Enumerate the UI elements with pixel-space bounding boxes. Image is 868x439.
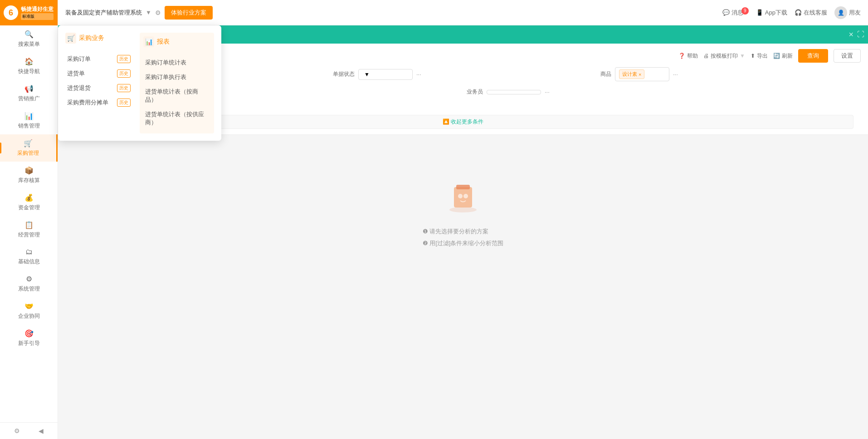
tab-bar-right: × ⛶ xyxy=(845,30,868,39)
svg-point-0 xyxy=(449,207,477,212)
system-dropdown-icon[interactable]: ▼ xyxy=(146,9,151,16)
doc-status-label: 单据状态 xyxy=(333,70,355,78)
sidebar-item-label-purchase: 采购管理 xyxy=(17,149,39,157)
sidebar-item-operations[interactable]: 📋 经营管理 xyxy=(0,216,58,243)
fullscreen-icon[interactable]: ⛶ xyxy=(857,30,864,39)
industry-btn[interactable]: 体验行业方案 xyxy=(165,6,213,20)
guide-icon: 🎯 xyxy=(24,329,34,338)
goods-group: 商品 设计素 × ··· xyxy=(600,67,861,81)
print-dropdown-icon: ▼ xyxy=(740,53,745,59)
empty-icon xyxy=(440,171,486,217)
app-download-item[interactable]: 📱 App下载 xyxy=(756,9,787,17)
report-order-exec-label: 采购订单执行表 xyxy=(145,73,186,81)
close-window-icon[interactable]: × xyxy=(848,30,853,39)
salesperson-select[interactable] xyxy=(487,90,541,94)
notification-item[interactable]: 💬 消息 9 xyxy=(722,9,749,17)
sidebar-item-marketing[interactable]: 📢 营销推广 xyxy=(0,80,58,107)
goods-select[interactable]: 设计素 × xyxy=(615,67,669,81)
purchase-return-item[interactable]: 进货退货 历史 xyxy=(65,81,132,95)
logo-icon: 6 xyxy=(4,5,18,20)
print-btn[interactable]: 🖨 按模板打印 ▼ xyxy=(703,52,745,60)
sales-icon: 📊 xyxy=(24,112,34,120)
sidebar-item-purchase[interactable]: 🛒 采购管理 xyxy=(0,134,58,162)
refresh-label: 刷新 xyxy=(782,52,793,60)
settings-button[interactable]: 设置 xyxy=(834,49,861,63)
sidebar-item-sales[interactable]: 📊 销售管理 xyxy=(0,107,58,134)
online-service-item[interactable]: 🎧 在线客服 xyxy=(795,9,827,17)
purchase-fee-label: 采购费用分摊单 xyxy=(67,99,108,107)
inventory-icon: 📦 xyxy=(24,166,34,175)
sidebar-item-label-quick-nav: 快捷导航 xyxy=(18,68,40,75)
refresh-icon: 🔄 xyxy=(773,53,780,59)
empty-hint-1: 请先选择要分析的方案 xyxy=(423,226,504,237)
sidebar-item-guide[interactable]: 🎯 新手引导 xyxy=(0,325,58,352)
operations-icon: 📋 xyxy=(24,221,34,229)
notification-icon: 💬 xyxy=(722,9,730,16)
sidebar-item-label-capital: 资金管理 xyxy=(18,204,40,212)
export-label: 导出 xyxy=(757,52,768,60)
sidebar-item-search[interactable]: 🔍 搜索菜单 xyxy=(0,25,58,53)
report-section-icon: 📊 xyxy=(143,36,154,47)
header-left: 装备及固定资产辅助管理系统 ▼ ⚙ 体验行业方案 xyxy=(65,6,213,20)
notification-badge: 9 xyxy=(741,7,749,15)
svg-point-3 xyxy=(458,194,463,198)
svg-rect-1 xyxy=(454,187,472,207)
collapse-sidebar-icon[interactable]: ◀ xyxy=(39,427,44,434)
sidebar-item-label-inventory: 库存核算 xyxy=(18,177,40,184)
search-icon: 🔍 xyxy=(24,30,34,39)
logo-area: 6 畅捷通好生意 标准版 xyxy=(0,0,58,25)
settings-gear-icon[interactable]: ⚙ xyxy=(155,9,161,16)
purchase-return-history-badge: 历史 xyxy=(117,84,131,92)
logo-text: 畅捷通好生意 标准版 xyxy=(21,5,54,20)
query-button[interactable]: 查询 xyxy=(798,49,828,63)
goods-dots[interactable]: ··· xyxy=(673,71,678,78)
salesperson-dots[interactable]: ··· xyxy=(545,89,550,95)
purchase-order-item[interactable]: 采购订单 历史 xyxy=(65,52,132,66)
empty-state: 请先选择要分析的方案 用[过滤]条件来缩小分析范围 xyxy=(58,135,868,286)
app-download-label: App下载 xyxy=(765,9,787,17)
report-stock-supplier-item[interactable]: 进货单统计表（按供应商） xyxy=(143,107,210,130)
phone-icon: 📱 xyxy=(756,9,763,16)
sidebar-item-label-basic-info: 基础信息 xyxy=(18,258,40,266)
purchase-fee-history-badge: 历史 xyxy=(117,99,131,107)
purchase-order-history-badge: 历史 xyxy=(117,55,131,63)
sidebar-item-system[interactable]: ⚙ 系统管理 xyxy=(0,270,58,297)
sidebar-item-quick-nav[interactable]: 🏠 快捷导航 xyxy=(0,53,58,80)
headset-icon: 🎧 xyxy=(795,9,802,16)
report-stock-goods-item[interactable]: 进货单统计表（按商品） xyxy=(143,84,210,107)
sidebar: 6 畅捷通好生意 标准版 🔍 搜索菜单 🏠 快捷导航 📢 营销推广 📊 销售管理 xyxy=(0,0,58,439)
avatar: 👤 xyxy=(834,6,847,19)
help-label: 帮助 xyxy=(687,52,698,60)
top-header: 装备及固定资产辅助管理系统 ▼ ⚙ 体验行业方案 💬 消息 9 📱 App下载 … xyxy=(58,0,868,25)
export-btn[interactable]: ⬆ 导出 xyxy=(751,52,768,60)
export-icon: ⬆ xyxy=(751,53,755,59)
refresh-btn[interactable]: 🔄 刷新 xyxy=(773,52,793,60)
user-item[interactable]: 👤 用友 xyxy=(834,6,861,19)
capital-icon: 💰 xyxy=(24,193,34,202)
settings-icon[interactable]: ⚙ xyxy=(14,427,20,434)
report-order-stat-item[interactable]: 采购订单统计表 xyxy=(143,55,210,70)
sidebar-item-capital[interactable]: 💰 资金管理 xyxy=(0,189,58,216)
sidebar-item-label-search: 搜索菜单 xyxy=(18,40,40,48)
report-order-exec-item[interactable]: 采购订单执行表 xyxy=(143,70,210,84)
svg-point-4 xyxy=(463,194,468,198)
sidebar-item-label-guide: 新手引导 xyxy=(18,340,40,347)
sidebar-item-enterprise[interactable]: 🤝 企业协同 xyxy=(0,297,58,325)
purchase-stock-item[interactable]: 进货单 历史 xyxy=(65,66,132,81)
goods-tag-close[interactable]: × xyxy=(639,72,641,77)
purchase-fee-item[interactable]: 采购费用分摊单 历史 xyxy=(65,95,132,110)
help-icon: ❓ xyxy=(678,53,685,59)
help-btn[interactable]: ❓ 帮助 xyxy=(678,52,698,60)
sidebar-item-label-marketing: 营销推广 xyxy=(18,95,40,103)
sidebar-item-inventory[interactable]: 📦 库存核算 xyxy=(0,162,58,189)
report-stock-goods-label: 进货单统计表（按商品） xyxy=(145,88,209,104)
purchase-icon: 🛒 xyxy=(24,139,33,148)
doc-status-dropdown-icon: ▼ xyxy=(364,71,370,78)
doc-status-dots[interactable]: ··· xyxy=(416,71,421,78)
doc-status-select[interactable]: ▼ xyxy=(358,69,413,80)
empty-hint-2: 用[过滤]条件来缩小分析范围 xyxy=(423,237,504,249)
sidebar-item-basic-info[interactable]: 🗂 基础信息 xyxy=(0,243,58,270)
main-area: 装备及固定资产辅助管理系统 ▼ ⚙ 体验行业方案 💬 消息 9 📱 App下载 … xyxy=(58,0,868,439)
purchase-dropdown-menu: 🛒 采购业务 采购订单 历史 进货单 历史 进货退货 历史 采购费用分摊单 xyxy=(58,25,221,141)
report-section: 📊 报表 采购订单统计表 采购订单执行表 进货单统计表（按商品） 进货单统计表（… xyxy=(140,33,214,133)
